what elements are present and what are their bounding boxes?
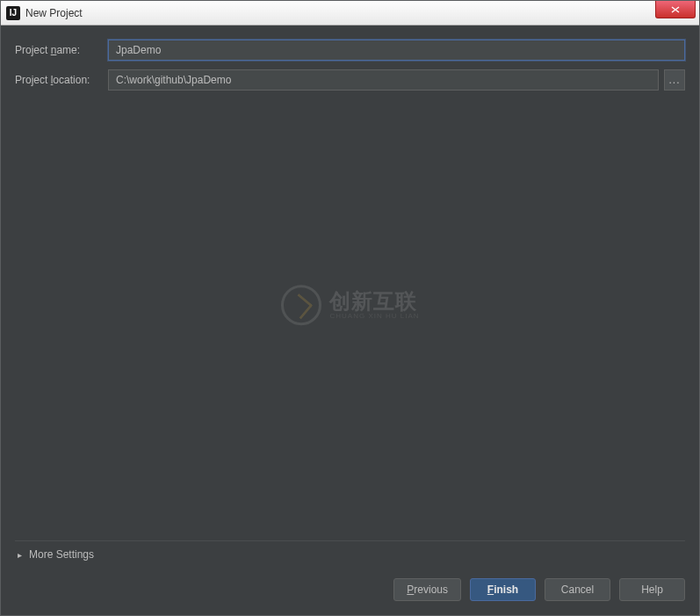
project-location-label: Project location: <box>15 74 108 86</box>
app-icon: IJ <box>6 6 20 20</box>
watermark-text: 创新互联 <box>329 291 419 312</box>
cancel-button[interactable]: Cancel <box>545 578 610 601</box>
project-name-input[interactable] <box>108 40 685 61</box>
more-settings-toggle[interactable]: ▸ More Settings <box>15 540 685 571</box>
dialog-window: IJ New Project Project name: Project loc… <box>0 0 700 616</box>
window-controls <box>655 1 699 18</box>
content-area: Project name: Project location: ... 创新互联… <box>1 25 699 615</box>
watermark-logo-icon <box>280 285 321 325</box>
project-name-row: Project name: <box>15 40 685 61</box>
project-name-label: Project name: <box>15 44 108 56</box>
more-settings-label: More Settings <box>29 548 94 561</box>
chevron-right-icon: ▸ <box>15 550 24 559</box>
close-button[interactable] <box>655 1 696 18</box>
previous-button[interactable]: Previous <box>393 578 461 601</box>
help-button[interactable]: Help <box>619 578 685 601</box>
watermark: 创新互联 CHUANG XIN HU LIAN <box>280 285 419 325</box>
window-title: New Project <box>25 7 83 19</box>
empty-body: 创新互联 CHUANG XIN HU LIAN <box>15 99 685 535</box>
watermark-subtext: CHUANG XIN HU LIAN <box>329 312 419 320</box>
browse-location-button[interactable]: ... <box>664 69 685 91</box>
finish-button[interactable]: Finish <box>470 578 536 601</box>
project-location-row: Project location: ... <box>15 69 685 91</box>
project-location-input[interactable] <box>108 69 659 91</box>
titlebar[interactable]: IJ New Project <box>1 1 699 25</box>
button-bar: Previous Finish Cancel Help <box>15 571 685 601</box>
